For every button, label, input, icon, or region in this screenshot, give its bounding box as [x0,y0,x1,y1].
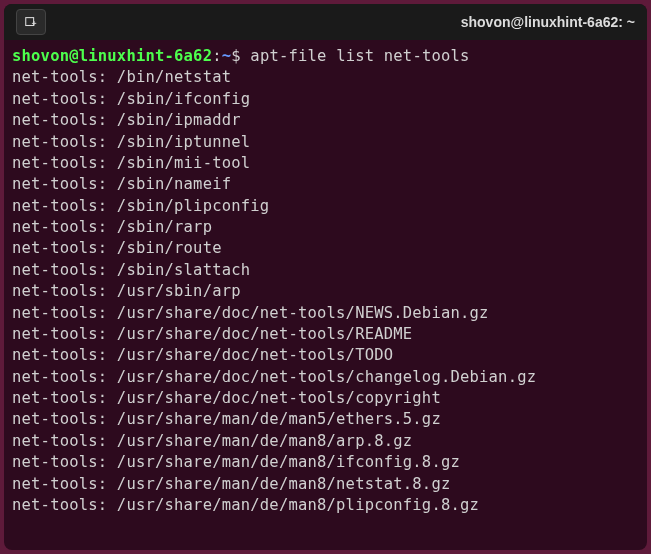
output-line: net-tools: /sbin/iptunnel [12,132,639,153]
output-line: net-tools: /usr/share/man/de/man8/plipco… [12,495,639,516]
output-line: net-tools: /sbin/route [12,238,639,259]
prompt-path: ~ [222,47,232,65]
titlebar-left [16,9,46,35]
new-tab-button[interactable] [16,9,46,35]
output-line: net-tools: /sbin/ipmaddr [12,110,639,131]
terminal-window: shovon@linuxhint-6a62: ~ shovon@linuxhin… [4,4,647,550]
output-line: net-tools: /usr/share/doc/net-tools/NEWS… [12,303,639,324]
output-line: net-tools: /usr/share/man/de/man8/arp.8.… [12,431,639,452]
svg-rect-2 [34,21,35,25]
output-line: net-tools: /sbin/slattach [12,260,639,281]
output-line: net-tools: /usr/share/doc/net-tools/TODO [12,345,639,366]
output-line: net-tools: /usr/share/doc/net-tools/copy… [12,388,639,409]
new-tab-icon [24,15,38,29]
prompt-line: shovon@linuxhint-6a62:~$ apt-file list n… [12,46,639,67]
output-line: net-tools: /usr/share/doc/net-tools/READ… [12,324,639,345]
output-line: net-tools: /usr/share/doc/net-tools/chan… [12,367,639,388]
output-line: net-tools: /usr/share/man/de/man5/ethers… [12,409,639,430]
output-line: net-tools: /sbin/mii-tool [12,153,639,174]
output-line: net-tools: /sbin/ifconfig [12,89,639,110]
prompt-dollar: $ [231,47,241,65]
output-line: net-tools: /sbin/plipconfig [12,196,639,217]
svg-rect-0 [26,18,34,26]
terminal-body[interactable]: shovon@linuxhint-6a62:~$ apt-file list n… [4,40,647,522]
window-title: shovon@linuxhint-6a62: ~ [461,14,635,30]
output-line: net-tools: /sbin/nameif [12,174,639,195]
output-line: net-tools: /usr/share/man/de/man8/netsta… [12,474,639,495]
titlebar: shovon@linuxhint-6a62: ~ [4,4,647,40]
prompt-user-host: shovon@linuxhint-6a62 [12,47,212,65]
output-line: net-tools: /sbin/rarp [12,217,639,238]
command-text: apt-file list net-tools [241,47,470,65]
output-line: net-tools: /usr/share/man/de/man8/ifconf… [12,452,639,473]
output-line: net-tools: /bin/netstat [12,67,639,88]
prompt-colon: : [212,47,222,65]
output-container: net-tools: /bin/netstatnet-tools: /sbin/… [12,67,639,516]
output-line: net-tools: /usr/sbin/arp [12,281,639,302]
